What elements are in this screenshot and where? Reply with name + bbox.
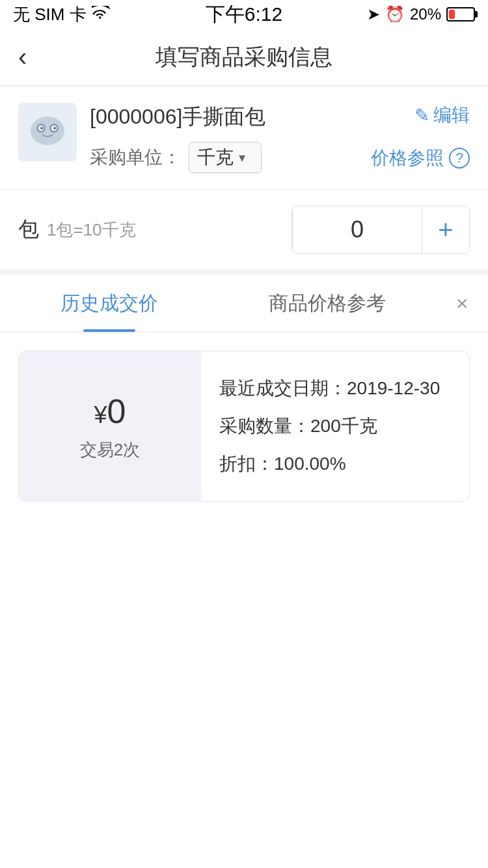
discount-value: 100.00% [274,454,346,474]
product-section: [0000006]手撕面包 采购单位： 千克 ▾ ✎ 编辑 价格参照 ? [0,87,488,189]
quantity-unit-label: 包 [18,215,39,244]
tab-price-reference[interactable]: 商品价格参考 [218,275,436,332]
battery-icon [446,7,475,21]
price-ref-label: 价格参照 [371,146,444,170]
price-number: 0 [107,392,126,430]
history-price-value: ¥0 [94,392,126,431]
product-logo-icon [28,111,67,153]
history-price-section: ¥0 交易2次 [19,351,201,501]
history-content: ¥0 交易2次 最近成交日期：2019-12-30 采购数量：200千克 折扣：… [0,332,488,520]
product-info: [0000006]手撕面包 采购单位： 千克 ▾ [90,103,265,173]
discount-label: 折扣： [219,454,274,474]
chevron-down-icon: ▾ [239,150,245,165]
wifi-icon [92,5,110,25]
unit-select-dropdown[interactable]: 千克 ▾ [189,142,262,173]
quantity-label: 采购数量： [219,416,310,436]
svg-point-6 [53,127,56,129]
quantity-conversion-label: 1包=10千克 [47,219,136,241]
currency-symbol: ¥ [94,401,107,428]
date-label: 最近成交日期： [219,378,347,398]
status-bar: 无 SIM 卡 下午6:12 ➤ ⏰ 20% [0,0,488,29]
tabs-section: 历史成交价 商品价格参考 × ¥0 交易2次 最近成交日期：2019-12-30… [0,275,488,520]
quantity-input[interactable] [292,206,422,253]
alarm-icon: ⏰ [385,5,405,23]
unit-label: 采购单位： [90,145,181,170]
history-date-row: 最近成交日期：2019-12-30 [219,375,451,402]
edit-label: 编辑 [433,103,470,128]
tabs-header: 历史成交价 商品价格参考 × [0,275,488,332]
history-card: ¥0 交易2次 最近成交日期：2019-12-30 采购数量：200千克 折扣：… [18,351,470,502]
history-trades-count: 交易2次 [80,439,140,461]
tab-history-price[interactable]: 历史成交价 [0,275,218,332]
history-quantity-row: 采购数量：200千克 [219,413,451,440]
quantity-left: 包 1包=10千克 [18,215,136,244]
history-discount-row: 折扣：100.00% [219,450,451,478]
history-details-section: 最近成交日期：2019-12-30 采购数量：200千克 折扣：100.00% [201,351,469,501]
product-header: [0000006]手撕面包 采购单位： 千克 ▾ ✎ 编辑 价格参照 ? [18,103,470,173]
product-name: [0000006]手撕面包 [90,103,265,131]
quantity-row: 包 1包=10千克 + [18,190,470,269]
product-unit-row: 采购单位： 千克 ▾ [90,142,265,173]
product-left: [0000006]手撕面包 采购单位： 千克 ▾ [18,103,265,173]
status-right: ➤ ⏰ 20% [367,5,475,23]
edit-button[interactable]: ✎ 编辑 [414,103,470,128]
price-reference-button[interactable]: 价格参照 ? [371,146,470,170]
page-title: 填写商品采购信息 [156,42,332,72]
unit-value: 千克 [197,145,234,170]
nav-bar: ‹ 填写商品采购信息 [0,29,488,86]
quantity-increment-button[interactable]: + [422,206,469,253]
battery-percent: 20% [410,5,441,23]
date-value: 2019-12-30 [347,378,440,398]
status-time: 下午6:12 [206,1,282,28]
tabs-close-button[interactable]: × [436,275,488,332]
sim-status: 无 SIM 卡 [13,3,87,26]
status-left: 无 SIM 卡 [13,3,110,26]
bottom-area [0,520,488,868]
quantity-control: + [291,206,470,254]
edit-icon: ✎ [414,105,429,126]
back-button[interactable]: ‹ [18,42,27,72]
tab-history-label: 历史成交价 [61,290,158,317]
help-icon[interactable]: ? [449,148,470,169]
svg-point-5 [40,127,43,129]
product-thumbnail [18,103,77,161]
tab-price-ref-label: 商品价格参考 [269,290,386,317]
location-icon: ➤ [367,5,380,23]
quantity-value: 200千克 [310,416,377,436]
quantity-section: 包 1包=10千克 + [0,190,488,269]
svg-point-0 [31,116,64,145]
